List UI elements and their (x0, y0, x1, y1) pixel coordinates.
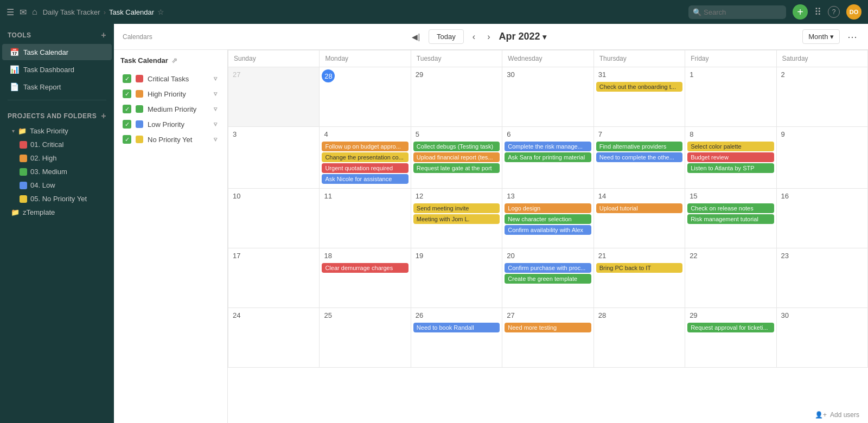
task-pill[interactable]: Check on release notes (687, 203, 774, 213)
prev-month-button[interactable]: ‹ (469, 30, 478, 44)
tools-add-button[interactable]: + (101, 30, 106, 40)
day-cell[interactable]: 22 (685, 248, 776, 308)
day-cell[interactable]: 28 (594, 308, 685, 368)
breadcrumb-parent[interactable]: Daily Task Tracker (43, 8, 100, 16)
day-cell[interactable]: 26Need to book Randall (411, 308, 502, 368)
folder-critical[interactable]: 01. Critical (0, 138, 114, 151)
sidebar-item-task-calendar[interactable]: 📅 Task Calendar (2, 44, 112, 60)
day-cell[interactable]: 15Check on release notesRisk management … (685, 189, 776, 248)
day-cell[interactable]: 21Bring PC back to IT (594, 248, 685, 308)
folder-ztemplate[interactable]: 📁 zTemplate (0, 206, 114, 219)
task-pill[interactable]: Find alternative providers (596, 142, 682, 151)
day-cell[interactable]: 20Confirm purchase with proc...Create th… (502, 248, 593, 308)
task-pill[interactable]: Collect debugs (Testing task) (413, 142, 500, 151)
collapse-panel-button[interactable]: ◀| (409, 30, 423, 43)
day-cell[interactable]: 27 (228, 67, 320, 127)
filter-checkbox[interactable] (123, 105, 131, 113)
share-icon[interactable]: ⇗ (171, 56, 177, 65)
task-pill[interactable]: Need more testing (505, 323, 591, 332)
filter-funnel-icon[interactable]: ⛛ (213, 136, 219, 143)
filter-checkbox[interactable] (123, 120, 131, 129)
day-cell[interactable]: 17 (228, 248, 320, 308)
today-button[interactable]: Today (429, 29, 464, 44)
task-pill[interactable]: Clear demurrage charges (322, 263, 408, 273)
filter-funnel-icon[interactable]: ⛛ (213, 106, 219, 112)
folder-high[interactable]: 02. High (0, 151, 114, 165)
day-cell[interactable]: 29Request approval for ticketi... (685, 308, 776, 368)
folder-no-priority[interactable]: 05. No Priority Yet (0, 192, 114, 206)
filter-checkbox[interactable] (123, 89, 131, 98)
task-pill[interactable]: Confirm purchase with proc... (505, 263, 591, 273)
day-cell[interactable]: 31Check out the onboarding t... (594, 67, 685, 127)
filter-medium-priority[interactable]: Medium Priority ⛛ (120, 101, 221, 117)
sidebar-item-task-dashboard[interactable]: 📊 Task Dashboard (2, 61, 112, 78)
task-pill[interactable]: Risk management tutorial (687, 214, 774, 224)
add-button[interactable]: + (793, 4, 808, 20)
task-pill[interactable]: Need to book Randall (413, 323, 500, 332)
day-cell[interactable]: 23 (777, 248, 868, 308)
task-pill[interactable]: Bring PC back to IT (596, 263, 682, 273)
grid-icon[interactable]: ⠿ (814, 6, 821, 18)
day-cell[interactable]: 3 (228, 127, 320, 189)
day-cell[interactable]: 19 (411, 248, 502, 308)
filter-funnel-icon[interactable]: ⛛ (213, 121, 219, 127)
task-pill[interactable]: Budget review (687, 152, 774, 162)
task-pill[interactable]: Request approval for ticketi... (687, 323, 774, 332)
day-cell[interactable]: 16 (777, 189, 868, 248)
next-month-button[interactable]: › (484, 30, 493, 44)
task-pill[interactable]: Ask Nicole for assistance (322, 174, 408, 184)
day-cell[interactable]: 1 (685, 67, 776, 127)
task-pill[interactable]: Create the green template (505, 274, 591, 284)
filter-funnel-icon[interactable]: ⛛ (213, 91, 219, 97)
day-cell[interactable]: 8Select color paletteBudget reviewListen… (685, 127, 776, 189)
task-pill[interactable]: Complete the risk manage... (505, 142, 591, 151)
day-cell[interactable]: 27Need more testing (502, 308, 593, 368)
day-cell[interactable]: 6Complete the risk manage...Ask Sara for… (502, 127, 593, 189)
task-pill[interactable]: Check out the onboarding t... (596, 82, 682, 92)
task-pill[interactable]: Follow up on budget appro... (322, 142, 408, 151)
projects-add-button[interactable]: + (101, 111, 106, 121)
task-pill[interactable]: Upload tutorial (596, 203, 682, 213)
filter-low-priority[interactable]: Low Priority ⛛ (120, 117, 221, 132)
day-cell[interactable]: 30 (777, 308, 868, 368)
task-pill[interactable]: Need to complete the othe... (596, 152, 682, 162)
day-cell[interactable]: 29 (411, 67, 502, 127)
filter-critical-tasks[interactable]: Critical Tasks ⛛ (120, 71, 221, 86)
mail-icon[interactable]: ✉ (20, 7, 27, 17)
day-cell[interactable]: 25 (320, 308, 411, 368)
search-input[interactable] (688, 5, 786, 19)
filter-funnel-icon[interactable]: ⛛ (213, 75, 219, 82)
add-users-bar[interactable]: 👤+ Add users (806, 407, 868, 423)
filter-checkbox[interactable] (123, 135, 131, 144)
sidebar-item-task-report[interactable]: 📄 Task Report (2, 79, 112, 95)
day-cell[interactable]: 28 (320, 67, 411, 127)
task-pill[interactable]: Send meeting invite (413, 203, 500, 213)
day-cell[interactable]: 7Find alternative providersNeed to compl… (594, 127, 685, 189)
task-pill[interactable]: Request late gate at the port (413, 163, 500, 173)
star-icon[interactable]: ☆ (157, 8, 164, 16)
day-cell[interactable]: 12Send meeting inviteMeeting with Jom L. (411, 189, 502, 248)
day-cell[interactable]: 11 (320, 189, 411, 248)
filter-no-priority[interactable]: No Priority Yet ⛛ (120, 132, 221, 147)
day-cell[interactable]: 13Logo designNew character selectionConf… (502, 189, 593, 248)
day-cell[interactable]: 2 (777, 67, 868, 127)
chevron-down-icon[interactable]: ▾ (542, 33, 546, 41)
day-cell[interactable]: 18Clear demurrage charges (320, 248, 411, 308)
help-icon[interactable]: ? (828, 6, 840, 18)
folder-low[interactable]: 04. Low (0, 178, 114, 192)
task-pill[interactable]: Upload financial report (tes... (413, 152, 500, 162)
day-cell[interactable]: 9 (777, 127, 868, 189)
task-pill[interactable]: Listen to Atlanta by STP (687, 163, 774, 173)
task-pill[interactable]: New character selection (505, 214, 591, 224)
day-cell[interactable]: 30 (502, 67, 593, 127)
day-cell[interactable]: 5Collect debugs (Testing task)Upload fin… (411, 127, 502, 189)
task-pill[interactable]: Confirm availability with Alex (505, 225, 591, 235)
task-pill[interactable]: Ask Sara for printing material (505, 152, 591, 162)
day-cell[interactable]: 10 (228, 189, 320, 248)
task-pill[interactable]: Meeting with Jom L. (413, 214, 500, 224)
day-cell[interactable]: 14Upload tutorial (594, 189, 685, 248)
month-view-button[interactable]: Month ▾ (802, 29, 840, 44)
task-pill[interactable]: Change the presentation co... (322, 152, 408, 162)
folder-medium[interactable]: 03. Medium (0, 165, 114, 178)
folder-task-priority[interactable]: ▾ 📁 Task Priority (0, 124, 114, 138)
